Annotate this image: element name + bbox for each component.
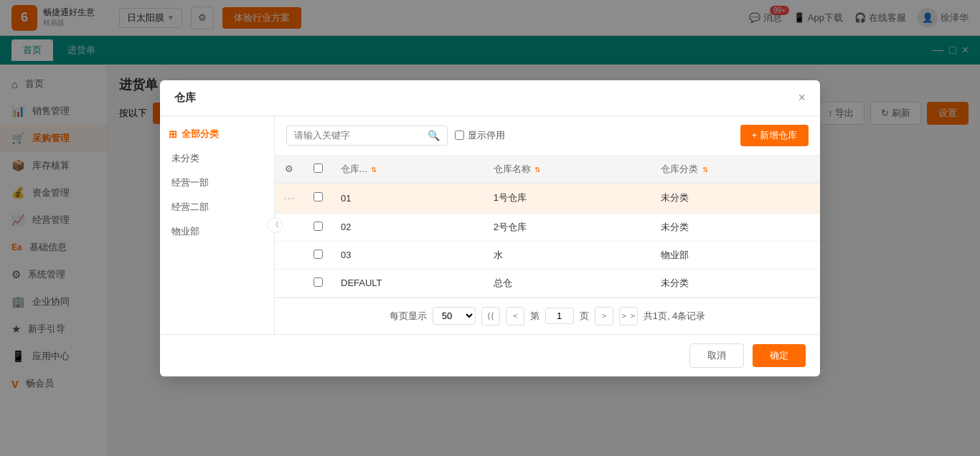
sort-cat-icon: ⇅ [702,166,708,174]
dialog-close-button[interactable]: × [798,90,806,105]
search-box: 🔍 [286,125,448,146]
warehouse-table: ⚙ 仓库... ⇅ 仓库名称 ⇅ [275,156,820,298]
warehouse-dialog: 仓库 × ⊞ 全部分类 未分类 经营一部 经营二部 物业部 《 [160,80,820,376]
row-name: 1号仓库 [485,183,653,213]
row-checkbox[interactable] [314,192,323,201]
search-icon: 🔍 [428,130,440,141]
next-page-button[interactable]: ＞ [595,307,613,326]
row-checkbox[interactable] [314,277,323,287]
dialog-title: 仓库 [174,91,196,105]
table-row[interactable]: ··· 01 1号仓库 未分类 [275,183,820,213]
sort-name-icon: ⇅ [534,166,540,174]
th-checkbox [303,156,332,184]
page-number-input[interactable] [545,308,574,324]
row-checkbox[interactable] [314,222,323,231]
row-action [275,241,303,269]
confirm-button[interactable]: 确定 [753,344,806,367]
row-code: 03 [332,241,485,269]
show-disabled-checkbox[interactable] [455,130,464,140]
modal-overlay: 仓库 × ⊞ 全部分类 未分类 经营一部 经营二部 物业部 《 [0,0,980,456]
first-page-button[interactable]: ⟨⟨ [481,307,500,326]
row-name: 水 [485,241,653,269]
category-item-ops1[interactable]: 经营一部 [160,171,274,195]
last-page-button[interactable]: ＞＞ [619,307,638,326]
grid-icon: ⊞ [169,128,177,140]
all-categories-label: 全部分类 [182,128,219,141]
prev-page-button[interactable]: ＜ [506,307,524,326]
pagination: 每页显示 50 10 20 100 ⟨⟨ ＜ 第 页 ＞ ＞＞ 共1页, 4条记… [275,298,820,334]
table-area: 🔍 显示停用 + 新增仓库 ⚙ [275,116,820,334]
page-suffix: 页 [580,310,589,323]
category-item-ops2[interactable]: 经营二部 [160,195,274,219]
page-label: 第 [530,310,540,323]
data-table: ⚙ 仓库... ⇅ 仓库名称 ⇅ [275,156,820,298]
table-row[interactable]: 02 2号仓库 未分类 [275,213,820,241]
th-code: 仓库... ⇅ [332,156,485,184]
category-sidebar: ⊞ 全部分类 未分类 经营一部 经营二部 物业部 《 [160,116,275,334]
ellipsis-icon[interactable]: ··· [283,191,294,205]
category-item-unclassified[interactable]: 未分类 [160,146,274,171]
row-checkbox[interactable] [314,250,323,259]
row-action [275,269,303,297]
per-page-select[interactable]: 50 10 20 100 [433,307,476,325]
row-category: 物业部 [652,241,820,269]
select-all-checkbox[interactable] [314,163,323,173]
row-code: 01 [332,183,485,213]
row-check [303,183,332,213]
th-category: 仓库分类 ⇅ [652,156,820,184]
search-input[interactable] [294,130,423,141]
row-check [303,241,332,269]
table-header-row: ⚙ 仓库... ⇅ 仓库名称 ⇅ [275,156,820,184]
sort-code-icon: ⇅ [371,166,377,174]
row-name: 总仓 [485,269,653,297]
per-page-label: 每页显示 [390,310,427,323]
table-row[interactable]: 03 水 物业部 [275,241,820,269]
all-categories-button[interactable]: ⊞ 全部分类 [160,122,274,146]
th-name: 仓库名称 ⇅ [485,156,653,184]
row-check [303,213,332,241]
th-settings: ⚙ [275,156,303,184]
row-check [303,269,332,297]
row-category: 未分类 [652,183,820,213]
row-code: 02 [332,213,485,241]
category-item-property[interactable]: 物业部 [160,219,274,244]
row-category: 未分类 [652,269,820,297]
show-disabled-label: 显示停用 [468,129,505,142]
show-disabled-checkbox-label[interactable]: 显示停用 [455,129,505,142]
dialog-footer: 取消 确定 [160,334,820,376]
total-info: 共1页, 4条记录 [644,310,706,323]
row-code: DEFAULT [332,269,485,297]
dialog-header: 仓库 × [160,80,820,116]
collapse-sidebar-button[interactable]: 《 [267,217,283,233]
dialog-body: ⊞ 全部分类 未分类 经营一部 经营二部 物业部 《 🔍 [160,116,820,334]
cancel-button[interactable]: 取消 [689,343,744,368]
table-row[interactable]: DEFAULT 总仓 未分类 [275,269,820,297]
row-category: 未分类 [652,213,820,241]
table-toolbar: 🔍 显示停用 + 新增仓库 [275,116,820,156]
row-action: ··· [275,183,303,213]
add-warehouse-button[interactable]: + 新增仓库 [740,125,809,146]
row-name: 2号仓库 [485,213,653,241]
